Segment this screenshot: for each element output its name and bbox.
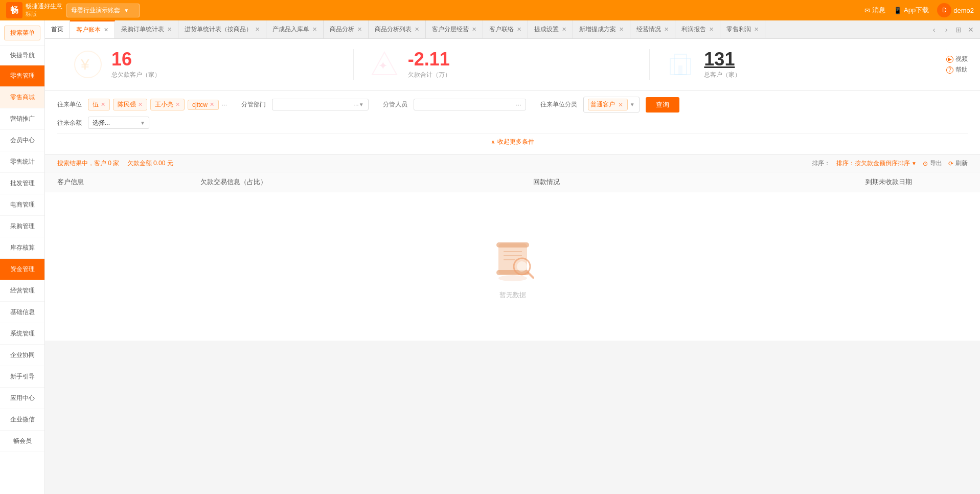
- th-debt-info: 欠款交易信息（占比）: [200, 177, 533, 187]
- sidebar-item-operation[interactable]: 经营管理: [0, 280, 44, 302]
- svg-rect-6: [678, 65, 682, 75]
- filter-person-input[interactable]: ···: [414, 99, 526, 110]
- empty-text: 暂无数据: [499, 290, 526, 300]
- filter-tag-chen[interactable]: 陈民强 ✕: [113, 99, 147, 110]
- person-input-field[interactable]: [418, 101, 516, 108]
- video-help-button[interactable]: ▶ 视频: [946, 55, 968, 63]
- app-download-button[interactable]: 📱 App下载: [894, 6, 929, 15]
- sidebar-item-finance[interactable]: 资金管理: [0, 259, 44, 280]
- tab-retail-profit[interactable]: 零售利润 ✕: [720, 20, 765, 39]
- tab-add-commission-plan[interactable]: 新增提成方案 ✕: [573, 20, 630, 39]
- tab-purchase-order-stats[interactable]: 采购订单统计表 ✕: [115, 20, 178, 39]
- tab-product-analysis[interactable]: 商品分析 ✕: [324, 20, 369, 39]
- tab-home[interactable]: 首页: [45, 20, 70, 39]
- tab-production-inbound[interactable]: 产成品入库单 ✕: [266, 20, 324, 39]
- tab-business-status[interactable]: 经营情况 ✕: [630, 20, 675, 39]
- tab-close-icon[interactable]: ✕: [167, 26, 172, 33]
- tag-remove-icon[interactable]: ✕: [138, 101, 143, 108]
- category-chevron-icon: ▼: [630, 102, 635, 107]
- tab-close-icon[interactable]: ✕: [357, 26, 362, 33]
- tab-close-icon[interactable]: ✕: [709, 26, 714, 33]
- sidebar-item-wholesale[interactable]: 批发管理: [0, 173, 44, 194]
- tab-next-button[interactable]: ›: [941, 25, 951, 35]
- tag-remove-icon[interactable]: ✕: [101, 101, 105, 108]
- tab-commission-settings[interactable]: 提成设置 ✕: [528, 20, 573, 39]
- tab-close-icon[interactable]: ✕: [517, 26, 521, 33]
- sort-chevron-icon: ▼: [911, 161, 917, 166]
- filter-tag-wang[interactable]: 王小亮 ✕: [150, 99, 185, 110]
- tag-remove-icon[interactable]: ✕: [175, 101, 180, 108]
- filter-more-tags[interactable]: ···: [222, 101, 227, 108]
- tab-product-analysis-list[interactable]: 商品分析列表 ✕: [369, 20, 426, 39]
- text-help-button[interactable]: ? 帮助: [946, 65, 968, 74]
- sidebar-item-system[interactable]: 系统管理: [0, 323, 44, 345]
- tab-close-icon[interactable]: ✕: [255, 26, 260, 33]
- summary-card-customers: ¥ 16 总欠款客户（家）: [57, 49, 354, 80]
- dept-input-field[interactable]: [277, 101, 353, 108]
- sidebar-item-purchase[interactable]: 采购管理: [0, 216, 44, 237]
- sidebar-item-marketing[interactable]: 营销推广: [0, 108, 44, 130]
- sidebar-item-basic-info[interactable]: 基础信息: [0, 302, 44, 323]
- filter-tag-wu[interactable]: 伍 ✕: [88, 99, 110, 110]
- sidebar-item-app-center[interactable]: 应用中心: [0, 388, 44, 409]
- sidebar-item-retail-mall[interactable]: 零售商城: [0, 87, 44, 108]
- account-selector[interactable]: 母婴行业演示账套 ▼: [66, 4, 140, 17]
- sidebar-item-member-center[interactable]: 会员中心: [0, 130, 44, 151]
- export-button[interactable]: ⊙ 导出: [923, 159, 942, 168]
- tab-customer-contact[interactable]: 客户联络 ✕: [483, 20, 528, 39]
- table-header: 客户信息 欠款交易信息（占比） 回款情况 到期未收款日期: [45, 172, 980, 192]
- total-debt-label: 欠款合计（万）: [408, 71, 451, 79]
- summary-section: ¥ 16 总欠款客户（家）: [45, 39, 980, 91]
- person-more-icon[interactable]: ···: [516, 101, 521, 108]
- debt-icon: ✦: [369, 49, 400, 80]
- sidebar-item-ecommerce[interactable]: 电商管理: [0, 194, 44, 216]
- sidebar-item-chang-member[interactable]: 畅会员: [0, 431, 44, 452]
- sidebar-item-retail-stats[interactable]: 零售统计: [0, 151, 44, 173]
- tab-goods-inbound-stats[interactable]: 进货单统计表（按商品） ✕: [178, 20, 266, 39]
- sidebar-item-enterprise-wechat[interactable]: 企业微信: [0, 409, 44, 431]
- refresh-button[interactable]: ⟳ 刷新: [948, 159, 968, 168]
- tab-expand-button[interactable]: ⊞: [953, 25, 964, 35]
- sidebar-item-inventory[interactable]: 库存核算: [0, 237, 44, 259]
- sidebar-item-retail-management[interactable]: 零售管理: [0, 65, 44, 87]
- sidebar-item-enterprise-collab[interactable]: 企业协同: [0, 345, 44, 366]
- sidebar-item-newbie-guide[interactable]: 新手引导: [0, 366, 44, 388]
- th-repayment: 回款情况: [533, 177, 866, 187]
- tab-close-icon[interactable]: ✕: [664, 26, 669, 33]
- message-button[interactable]: ✉ 消息: [864, 6, 885, 15]
- tab-close-icon[interactable]: ✕: [472, 26, 476, 33]
- tab-profit-report[interactable]: 利润报告 ✕: [675, 20, 720, 39]
- user-menu[interactable]: D demo2: [937, 3, 974, 17]
- sort-select[interactable]: 排序：按欠款金额倒序排序 ▼: [836, 159, 917, 168]
- filter-unit-label: 往来单位: [57, 100, 82, 109]
- tab-close-icon[interactable]: ✕: [754, 26, 759, 33]
- filter-balance-select[interactable]: 选择...: [88, 117, 149, 129]
- tab-customer-tier[interactable]: 客户分层经营 ✕: [426, 20, 483, 39]
- tab-close-icon[interactable]: ✕: [104, 27, 108, 33]
- tab-home-label: 首页: [51, 25, 63, 34]
- quick-nav-button[interactable]: 快捷导航: [0, 46, 44, 65]
- tab-prev-button[interactable]: ‹: [929, 25, 939, 35]
- tab-close-icon[interactable]: ✕: [562, 26, 566, 33]
- tab-customer-ledger[interactable]: 客户账本 ✕: [70, 20, 115, 39]
- results-info: 搜索结果中，客户 0 家 欠款金额 0.00 元: [57, 159, 173, 168]
- search-menu-button[interactable]: 搜索菜单: [4, 26, 40, 40]
- dept-more-icon[interactable]: ···: [353, 101, 359, 108]
- tag-remove-icon[interactable]: ✕: [210, 101, 214, 108]
- svg-text:✦: ✦: [378, 59, 388, 72]
- category-tag-close-icon[interactable]: ✕: [618, 101, 623, 108]
- collapse-filter-button[interactable]: ∧ 收起更多条件: [487, 136, 538, 148]
- filter-dept-input[interactable]: ··· ▼: [272, 99, 369, 110]
- filter-balance-label: 往来余额: [57, 119, 82, 127]
- tab-close-icon[interactable]: ✕: [619, 26, 624, 33]
- filter-category-select[interactable]: 普通客户 ✕ ▼: [583, 97, 640, 113]
- th-customer-info: 客户信息: [57, 177, 200, 187]
- total-debt-value: -2.11: [408, 50, 451, 69]
- filter-tag-cjttcw[interactable]: cjttcw ✕: [188, 100, 219, 110]
- tab-close-icon[interactable]: ✕: [312, 26, 317, 33]
- query-button[interactable]: 查询: [646, 97, 679, 113]
- tab-close-all-button[interactable]: ✕: [966, 25, 976, 35]
- tab-close-icon[interactable]: ✕: [415, 26, 419, 33]
- summary-card-debt: ✦ -2.11 欠款合计（万）: [354, 49, 650, 80]
- sort-label: 排序：: [812, 159, 830, 168]
